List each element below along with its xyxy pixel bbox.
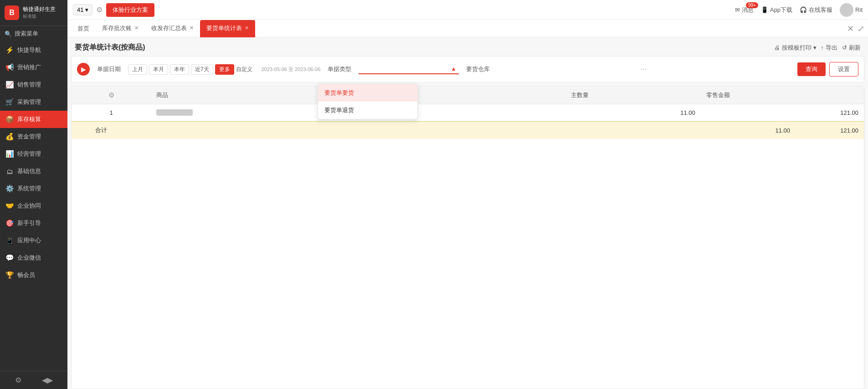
print-button[interactable]: 🖨 按模板打印 ▾ xyxy=(774,44,817,52)
sidebar-item-app-center[interactable]: 📱 应用中心 xyxy=(0,232,67,249)
table-body: 1 块 11.00 121.00 xyxy=(72,104,864,121)
sidebar-item-finance[interactable]: 💰 资金管理 xyxy=(0,128,67,145)
sales-icon: 📈 xyxy=(5,81,14,89)
col-amount-header: 零售金额 xyxy=(701,87,864,104)
date-this-month-button[interactable]: 本月 xyxy=(149,64,168,75)
sidebar-item-basic[interactable]: 🗂 基础信息 xyxy=(0,163,67,180)
column-settings-icon[interactable]: ⚙ xyxy=(108,91,114,99)
sidebar-nav: ⚡ 快捷导航 📢 营销推广 📈 销售管理 🛒 采购管理 📦 库存核算 💰 资金管… xyxy=(0,41,67,371)
tab-close-icon[interactable]: ✕ xyxy=(190,25,194,31)
table-footer: 合计 11.00 121.00 xyxy=(72,121,864,139)
user-profile-button[interactable]: Rit xyxy=(840,3,863,17)
store-selector[interactable]: 41 ▾ xyxy=(73,4,92,15)
user-name: Rit xyxy=(855,6,863,13)
print-icon: 🖨 xyxy=(774,44,780,51)
topbar-right: ✉ 消息 99+ 📱 App下载 🎧 在线客服 Rit xyxy=(735,3,863,17)
enterprise-icon: 🤝 xyxy=(5,202,14,210)
tab-order-stat[interactable]: 要货单统计表 ✕ xyxy=(200,20,255,37)
app-sub: 标准版 xyxy=(23,13,56,20)
app-center-icon: 📱 xyxy=(5,236,14,245)
message-button[interactable]: ✉ 消息 99+ xyxy=(735,6,754,14)
print-label: 按模板打印 xyxy=(782,44,812,52)
date-custom-button[interactable]: 自定义 xyxy=(236,66,252,73)
sidebar-item-sales[interactable]: 📈 销售管理 xyxy=(0,76,67,93)
row-amount: 121.00 xyxy=(701,104,864,121)
sidebar-item-enterprise[interactable]: 🤝 企业协同 xyxy=(0,197,67,215)
industry-button[interactable]: 体验行业方案 xyxy=(106,3,154,17)
sidebar-item-operations[interactable]: 📊 经营管理 xyxy=(0,145,67,163)
sidebar-item-system[interactable]: ⚙️ 系统管理 xyxy=(0,180,67,197)
filter-expand-button[interactable]: ▶ xyxy=(77,63,90,76)
sidebar-item-label: 库存核算 xyxy=(17,115,41,123)
sidebar-item-member[interactable]: 🏆 畅会员 xyxy=(0,266,67,284)
tab-inventory-batch[interactable]: 库存批次账 ✕ xyxy=(96,20,145,37)
col-settings: ⚙ xyxy=(72,87,151,104)
guide-icon: 🎯 xyxy=(5,219,14,227)
sidebar-item-marketing[interactable]: 📢 营销推广 xyxy=(0,59,67,76)
service-icon: 🎧 xyxy=(800,6,807,13)
main-area: 41 ▾ ⚙ 体验行业方案 ✉ 消息 99+ 📱 App下载 🎧 在线客服 R xyxy=(67,0,868,389)
sidebar-settings-icon[interactable]: ⚙ xyxy=(15,376,21,384)
sidebar-item-quick-nav[interactable]: ⚡ 快捷导航 xyxy=(0,41,67,59)
topbar-gear-icon[interactable]: ⚙ xyxy=(96,5,103,14)
dropdown-item-return[interactable]: 要货单退货 xyxy=(318,102,417,119)
col-qty-header: 主数量 xyxy=(565,87,701,104)
quick-nav-icon: ⚡ xyxy=(5,46,14,54)
dropdown-item-order[interactable]: 要货单要货 xyxy=(318,84,417,102)
date-7days-button[interactable]: 近7天 xyxy=(191,64,213,75)
refresh-button[interactable]: ↺ 刷新 xyxy=(842,44,861,52)
user-avatar xyxy=(840,3,853,17)
tab-receivable-summary[interactable]: 收发存汇总表 ✕ xyxy=(145,20,200,37)
tab-close-all-icon[interactable]: ✕ xyxy=(847,24,854,34)
basic-icon: 🗂 xyxy=(5,168,14,175)
store-num: 41 xyxy=(77,6,83,13)
table-container: ⚙ 商品 主计量单位 主数量 零售金额 1 块 xyxy=(71,86,864,389)
export-button[interactable]: ↑ 导出 xyxy=(821,44,838,52)
sidebar-item-wechat[interactable]: 💬 企业微信 xyxy=(0,249,67,266)
tab-label: 要货单统计表 xyxy=(206,24,242,32)
table-header-row: ⚙ 商品 主计量单位 主数量 零售金额 xyxy=(72,87,864,104)
sidebar-item-purchase[interactable]: 🛒 采购管理 xyxy=(0,93,67,111)
online-service-label: 在线客服 xyxy=(809,6,832,14)
filter-buttons: 查询 设置 xyxy=(797,62,858,77)
tab-close-icon[interactable]: ✕ xyxy=(245,25,249,31)
filter-card: ▶ 单据日期 上月 本月 本年 近7天 更多 自定义 2023-05-06 至 … xyxy=(71,56,864,82)
type-filter-input[interactable] xyxy=(361,66,449,72)
refresh-icon: ↺ xyxy=(842,44,847,51)
export-label: 导出 xyxy=(826,44,837,52)
settings-button[interactable]: 设置 xyxy=(829,62,858,77)
tab-home[interactable]: 首页 xyxy=(71,25,96,33)
marketing-icon: 📢 xyxy=(5,63,14,72)
warehouse-more-icon[interactable]: ··· xyxy=(641,65,647,73)
query-button[interactable]: 查询 xyxy=(797,62,826,76)
page-title: 要货单统计表(按商品) xyxy=(75,43,145,52)
date-last-month-button[interactable]: 上月 xyxy=(128,64,147,75)
goods-name-blurred xyxy=(156,109,193,116)
wechat-icon: 💬 xyxy=(5,254,14,262)
logo-icon: B xyxy=(5,5,19,20)
date-this-year-button[interactable]: 本年 xyxy=(170,64,189,75)
table-row: 1 块 11.00 121.00 xyxy=(72,104,864,121)
footer-amount: 121.00 xyxy=(813,127,858,134)
filter-row: ▶ 单据日期 上月 本月 本年 近7天 更多 自定义 2023-05-06 至 … xyxy=(72,56,864,82)
sidebar-item-guide[interactable]: 🎯 新手引导 xyxy=(0,215,67,232)
date-more-button[interactable]: 更多 xyxy=(215,64,234,75)
sidebar-item-inventory[interactable]: 📦 库存核算 xyxy=(0,111,67,128)
tab-expand-icon[interactable]: ⤢ xyxy=(858,24,864,34)
search-icon: 🔍 xyxy=(5,31,12,37)
type-filter-label: 单据类型 xyxy=(328,65,351,73)
sidebar-item-label: 新手引导 xyxy=(17,219,41,227)
sidebar-item-label: 快捷导航 xyxy=(17,46,41,54)
online-service-button[interactable]: 🎧 在线客服 xyxy=(800,6,832,14)
sidebar-collapse-icon[interactable]: ◀▶ xyxy=(42,376,53,384)
row-idx: 1 xyxy=(72,104,151,121)
type-filter-select[interactable]: ▲ xyxy=(359,65,459,74)
tab-close-icon[interactable]: ✕ xyxy=(134,25,139,31)
sidebar-search[interactable]: 🔍 搜索菜单 xyxy=(0,26,67,41)
sidebar-item-label: 销售管理 xyxy=(17,81,41,89)
topbar-left: 41 ▾ ⚙ 体验行业方案 xyxy=(73,3,730,17)
sidebar-bottom: ⚙ ◀▶ xyxy=(0,371,67,389)
type-dropdown-chevron[interactable]: ▲ xyxy=(451,66,456,72)
app-download-button[interactable]: 📱 App下载 xyxy=(761,6,792,14)
type-dropdown: 要货单要货 要货单退货 xyxy=(318,84,418,119)
